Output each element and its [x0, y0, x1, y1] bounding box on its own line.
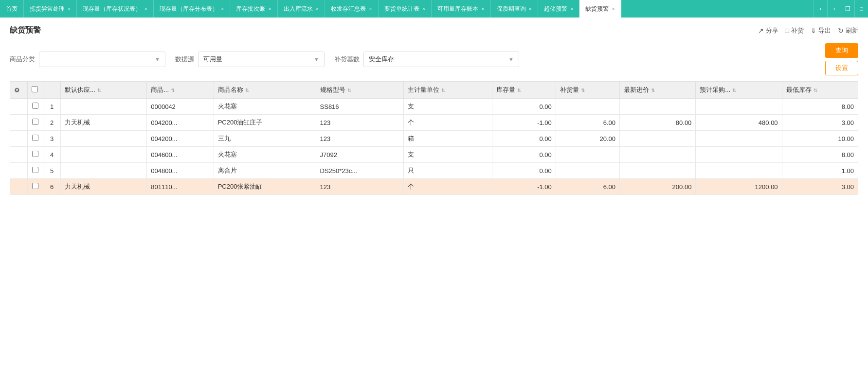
tab-close-overstock[interactable]: ×: [570, 6, 573, 12]
tab-demand[interactable]: 要货单统计表 ×: [379, 0, 432, 18]
category-select[interactable]: ▼: [39, 52, 165, 67]
sort-unit-icon[interactable]: ⇅: [441, 88, 445, 93]
row-spec-2: 123: [316, 115, 404, 131]
row-stock-5: 0.00: [492, 163, 556, 179]
category-select-arrow: ▼: [155, 56, 160, 62]
table-row: 2 力天机械 004200... PC200油缸庄子 123 个 -1.00 6…: [10, 115, 858, 131]
category-label: 商品分类: [10, 55, 35, 64]
tab-available[interactable]: 可用量库存账本 ×: [432, 0, 490, 18]
tab-stock-status[interactable]: 现存量（库存状况表） ×: [77, 0, 153, 18]
row-code-3: 004200...: [147, 131, 214, 147]
replenish-icon: □: [785, 27, 789, 35]
tab-close-expiry[interactable]: ×: [529, 6, 532, 12]
table-row: 3 004200... 三九 123 箱 0.00 20.00 10.00: [10, 131, 858, 147]
gear-icon[interactable]: ⚙: [14, 87, 20, 94]
tab-summary[interactable]: 收发存汇总表 ×: [325, 0, 378, 18]
th-gear: ⚙: [10, 82, 28, 99]
sort-supplier-icon[interactable]: ⇅: [97, 88, 101, 93]
tab-close-available[interactable]: ×: [481, 6, 484, 12]
table-row: 1 0000042 火花塞 SS816 支 0.00 8.00: [10, 99, 858, 115]
row-gear-cell: [10, 147, 28, 163]
row-checkbox-6[interactable]: [32, 183, 38, 189]
sort-min-icon[interactable]: ⇅: [814, 88, 817, 93]
row-code-4: 004600...: [147, 147, 214, 163]
replenish-select-arrow: ▼: [508, 56, 514, 62]
tab-expiry[interactable]: 保质期查询 ×: [491, 0, 538, 18]
sort-est-icon[interactable]: ⇅: [732, 88, 736, 93]
row-num-3: 3: [43, 131, 61, 147]
sort-code-icon[interactable]: ⇅: [171, 88, 175, 93]
row-stock-4: 0.00: [492, 147, 556, 163]
query-button[interactable]: 查询: [825, 43, 858, 58]
row-checkbox-4[interactable]: [32, 151, 38, 157]
replenish-select[interactable]: 安全库存 ▼: [363, 52, 519, 67]
datasource-select-value: 可用量: [203, 55, 222, 64]
tab-next-btn[interactable]: ›: [827, 0, 841, 18]
row-supplier-2: 力天机械: [61, 115, 147, 131]
select-all-checkbox[interactable]: [32, 86, 38, 92]
row-gear-cell: [10, 99, 28, 115]
replenish-button[interactable]: □ 补货: [785, 26, 804, 35]
sort-replenish-icon[interactable]: ⇅: [581, 88, 585, 93]
tab-close-picking[interactable]: ×: [68, 6, 71, 12]
row-unit-1: 支: [404, 99, 492, 115]
tab-close-stock-dist[interactable]: ×: [221, 6, 224, 12]
replenish-filter-group: 补货基数 安全库存 ▼: [334, 52, 519, 67]
row-supplier-4: [61, 147, 147, 163]
tab-inout[interactable]: 出入库流水 ×: [278, 0, 325, 18]
row-num-2: 2: [43, 115, 61, 131]
row-checkbox-5[interactable]: [32, 167, 38, 173]
tab-home[interactable]: 首页: [0, 0, 24, 18]
tab-close-batch[interactable]: ×: [268, 6, 271, 12]
row-min-1: 8.00: [782, 99, 858, 115]
tab-close-inout[interactable]: ×: [316, 6, 319, 12]
tab-close-summary[interactable]: ×: [369, 6, 372, 12]
page-title: 缺货预警: [10, 25, 41, 35]
row-checkbox-3[interactable]: [32, 135, 38, 141]
tab-shortage[interactable]: 缺货预警 ×: [579, 0, 621, 18]
tab-batch[interactable]: 库存批次账 ×: [230, 0, 277, 18]
row-min-5: 1.00: [782, 163, 858, 179]
row-code-6: 801110...: [147, 179, 214, 195]
row-unit-2: 个: [404, 115, 492, 131]
datasource-select[interactable]: 可用量 ▼: [198, 52, 325, 67]
row-price-4: [620, 147, 696, 163]
row-code-1: 0000042: [147, 99, 214, 115]
refresh-button[interactable]: ↻ 刷新: [838, 26, 858, 35]
tab-close-stock-status[interactable]: ×: [144, 6, 147, 12]
table-body: 1 0000042 火花塞 SS816 支 0.00 8.00 2 力天机械 0…: [10, 99, 858, 195]
tab-close-shortage[interactable]: ×: [612, 6, 615, 12]
row-checkbox-cell: [28, 115, 43, 131]
row-name-3: 三九: [214, 131, 316, 147]
th-latest-price: 最新进价 ⇅: [620, 82, 696, 99]
tab-restore-btn[interactable]: ❒: [841, 0, 854, 18]
row-code-2: 004200...: [147, 115, 214, 131]
tab-stock-dist[interactable]: 现存量（库存分布表） ×: [154, 0, 230, 18]
sort-name-icon[interactable]: ⇅: [245, 88, 249, 93]
row-name-2: PC200油缸庄子: [214, 115, 316, 131]
tab-picking[interactable]: 拣货异常处理 ×: [24, 0, 77, 18]
row-est-6: 1200.00: [696, 179, 782, 195]
row-checkbox-cell: [28, 147, 43, 163]
row-num-6: 6: [43, 179, 61, 195]
row-unit-6: 个: [404, 179, 492, 195]
row-name-5: 离合片: [214, 163, 316, 179]
tab-fullscreen-btn[interactable]: □: [854, 0, 868, 18]
tab-close-demand[interactable]: ×: [422, 6, 425, 12]
settings-button[interactable]: 设置: [825, 61, 858, 75]
row-replenish-6: 6.00: [556, 179, 619, 195]
row-checkbox-1[interactable]: [32, 103, 38, 109]
th-supplier: 默认供应... ⇅: [61, 82, 147, 99]
tab-overstock[interactable]: 超储预警 ×: [538, 0, 579, 18]
row-checkbox-2[interactable]: [32, 119, 38, 125]
tab-prev-btn[interactable]: ‹: [814, 0, 827, 18]
share-button[interactable]: ↗ 分享: [758, 26, 778, 35]
sort-price-icon[interactable]: ⇅: [651, 88, 655, 93]
sort-stock-icon[interactable]: ⇅: [517, 88, 521, 93]
th-product-name: 商品名称 ⇅: [214, 82, 316, 99]
row-spec-3: 123: [316, 131, 404, 147]
export-button[interactable]: ⇓ 导出: [811, 26, 831, 35]
sort-spec-icon[interactable]: ⇅: [347, 88, 351, 93]
row-spec-4: J7092: [316, 147, 404, 163]
row-name-6: PC200张紧油缸: [214, 179, 316, 195]
